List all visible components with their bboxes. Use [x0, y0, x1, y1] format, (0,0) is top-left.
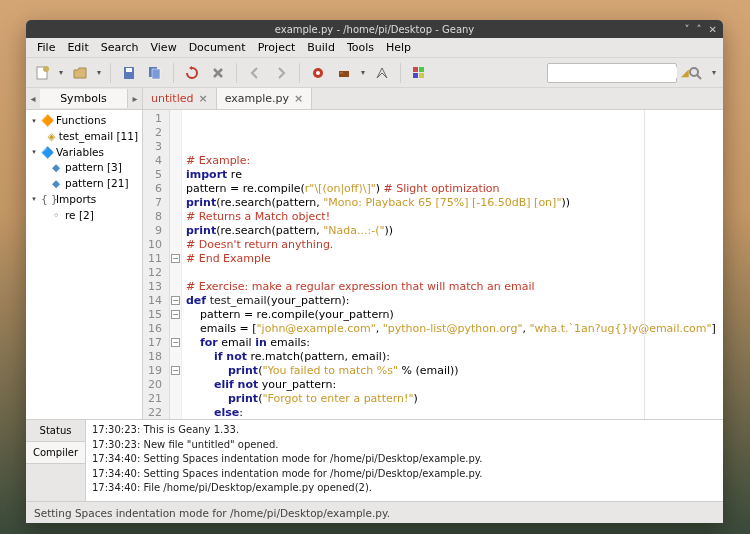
tab-close-icon[interactable]: ×	[294, 92, 303, 105]
menu-edit[interactable]: Edit	[62, 39, 93, 56]
open-file-button[interactable]	[68, 61, 92, 85]
message-line: 17:34:40: File /home/pi/Desktop/example.…	[92, 481, 717, 496]
sidebar-tab-symbols[interactable]: Symbols	[40, 89, 128, 108]
menu-search[interactable]: Search	[96, 39, 144, 56]
tree-node[interactable]: ▾🔷Variables	[28, 145, 140, 161]
save-button[interactable]	[117, 61, 141, 85]
minimize-icon[interactable]: ˅	[685, 24, 690, 35]
search-input[interactable]	[552, 67, 677, 78]
editor-area: untitled×example.py× 1234567891011121314…	[143, 88, 723, 419]
menu-build[interactable]: Build	[302, 39, 340, 56]
menubar: FileEditSearchViewDocumentProjectBuildTo…	[26, 38, 723, 58]
build-button[interactable]	[332, 61, 356, 85]
menu-file[interactable]: File	[32, 39, 60, 56]
svg-rect-9	[340, 72, 343, 74]
message-line: 17:34:40: Setting Spaces indentation mod…	[92, 452, 717, 467]
svg-rect-12	[413, 73, 418, 78]
menu-project[interactable]: Project	[253, 39, 301, 56]
svg-rect-11	[419, 67, 424, 72]
compile-button[interactable]	[306, 61, 330, 85]
statusbar: Setting Spaces indentation mode for /hom…	[26, 501, 723, 523]
source-text[interactable]: # Example:import repattern = re.compile(…	[182, 110, 723, 419]
message-tabs: StatusCompiler	[26, 420, 86, 501]
tree-node[interactable]: ◈test_email [11]	[28, 129, 140, 145]
message-tab-status[interactable]: Status	[26, 420, 85, 442]
toolbar: ▾ ▾ ▾ ◢ ▾	[26, 58, 723, 88]
sidebar: ◂ Symbols ▸ ▾🔶Functions◈test_email [11]▾…	[26, 88, 143, 419]
menu-tools[interactable]: Tools	[342, 39, 379, 56]
editor-tabs: untitled×example.py×	[143, 88, 723, 110]
menu-view[interactable]: View	[146, 39, 182, 56]
line-gutter: 1234567891011121314151617181920212223	[143, 110, 170, 419]
tree-node[interactable]: ◆pattern [3]	[28, 160, 140, 176]
message-line: 17:30:23: This is Geany 1.33.	[92, 423, 717, 438]
execute-button[interactable]	[370, 61, 394, 85]
close-icon[interactable]: ✕	[709, 24, 717, 35]
svg-rect-10	[413, 67, 418, 72]
svg-point-7	[316, 71, 320, 75]
message-panel: StatusCompiler 17:30:23: This is Geany 1…	[26, 419, 723, 501]
reload-button[interactable]	[180, 61, 204, 85]
new-file-dropdown[interactable]: ▾	[56, 68, 66, 77]
message-list[interactable]: 17:30:23: This is Geany 1.33.17:30:23: N…	[86, 420, 723, 501]
open-file-dropdown[interactable]: ▾	[94, 68, 104, 77]
menu-document[interactable]: Document	[184, 39, 251, 56]
svg-point-14	[690, 68, 698, 76]
color-chooser-button[interactable]	[407, 61, 431, 85]
menu-help[interactable]: Help	[381, 39, 416, 56]
find-dropdown[interactable]: ▾	[709, 68, 719, 77]
svg-point-1	[43, 66, 49, 72]
nav-back-button[interactable]	[243, 61, 267, 85]
symbol-tree[interactable]: ▾🔶Functions◈test_email [11]▾🔷Variables◆p…	[26, 110, 142, 419]
find-button[interactable]	[683, 61, 707, 85]
window-title: example.py - /home/pi/Desktop - Geany	[275, 24, 475, 35]
save-all-button[interactable]	[143, 61, 167, 85]
sidebar-tab-next[interactable]: ▸	[128, 93, 142, 104]
svg-rect-5	[152, 69, 160, 79]
svg-rect-13	[419, 73, 424, 78]
app-window: example.py - /home/pi/Desktop - Geany ˅ …	[26, 20, 723, 523]
tree-node[interactable]: ◦re [2]	[28, 208, 140, 224]
sidebar-tab-prev[interactable]: ◂	[26, 93, 40, 104]
new-file-button[interactable]	[30, 61, 54, 85]
tab-close-icon[interactable]: ×	[198, 92, 207, 105]
maximize-icon[interactable]: ˄	[697, 24, 702, 35]
code-editor[interactable]: 1234567891011121314151617181920212223 −−…	[143, 110, 723, 419]
message-tab-compiler[interactable]: Compiler	[26, 442, 85, 464]
tree-node[interactable]: ▾{ }Imports	[28, 192, 140, 208]
fold-column[interactable]: −−−−−	[170, 110, 182, 419]
titlebar: example.py - /home/pi/Desktop - Geany ˅ …	[26, 20, 723, 38]
tree-node[interactable]: ◆pattern [21]	[28, 176, 140, 192]
build-dropdown[interactable]: ▾	[358, 68, 368, 77]
message-line: 17:30:23: New file "untitled" opened.	[92, 438, 717, 453]
nav-forward-button[interactable]	[269, 61, 293, 85]
search-field[interactable]: ◢	[547, 63, 677, 83]
svg-rect-3	[126, 68, 132, 72]
close-file-button[interactable]	[206, 61, 230, 85]
editor-tab[interactable]: untitled×	[143, 88, 217, 109]
editor-tab[interactable]: example.py×	[217, 88, 313, 109]
tree-node[interactable]: ▾🔶Functions	[28, 113, 140, 129]
message-line: 17:34:40: Setting Spaces indentation mod…	[92, 467, 717, 482]
status-text: Setting Spaces indentation mode for /hom…	[34, 507, 390, 519]
